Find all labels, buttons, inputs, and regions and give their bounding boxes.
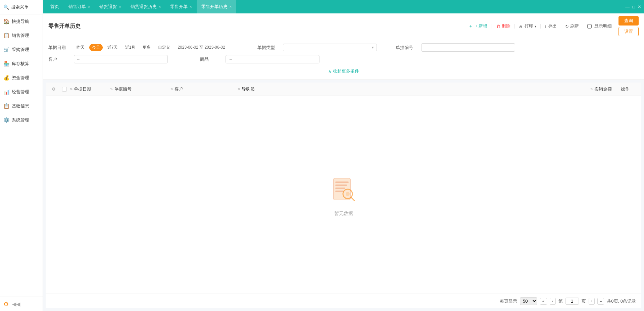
table-select-all[interactable] (59, 87, 70, 92)
th-date[interactable]: ⇅ 单据日期 (70, 86, 110, 92)
refresh-button[interactable]: ↻ 刷新 (565, 23, 579, 29)
sidebar-search[interactable]: 🔍 搜索采单 (0, 0, 43, 14)
date-opt-today[interactable]: 今天 (89, 44, 103, 51)
date-opt-more[interactable]: 更多 (140, 44, 153, 51)
total-info: 共0页, 0条记录 (607, 298, 636, 304)
query-button[interactable]: 查询 (618, 16, 639, 25)
page-suffix: 页 (582, 298, 586, 304)
date-opt-last-month[interactable]: 近1月 (122, 44, 138, 51)
goods-input[interactable]: ··· (226, 55, 319, 63)
sidebar-gear-button[interactable]: ⚙ (3, 300, 9, 308)
goods-label: 商品 (200, 56, 220, 62)
divider-1 (492, 24, 492, 29)
th-date-sort-icon: ⇅ (70, 87, 72, 91)
select-all-checkbox[interactable] (62, 87, 67, 92)
tab-home[interactable]: 首页 (46, 0, 64, 13)
tab-sales-order-label: 销售订单 (68, 4, 86, 10)
add-button[interactable]: ＋ + 新增 (468, 23, 487, 29)
th-date-label: 单据日期 (74, 86, 91, 92)
sidebar-item-purchase-mgmt[interactable]: 🛒 采购管理 (0, 43, 43, 57)
refresh-icon: ↻ (565, 24, 569, 29)
svg-point-7 (346, 192, 350, 196)
doc-type-select[interactable]: ▾ (283, 44, 377, 51)
per-page-label: 每页显示 (500, 298, 517, 304)
per-page-select[interactable]: 50 10 20 100 (520, 297, 537, 305)
th-num-label: 单据编号 (114, 86, 132, 92)
tab-sales-order[interactable]: 销售订单 × (64, 0, 95, 13)
doc-num-input[interactable] (421, 43, 515, 52)
sidebar-item-basic-info[interactable]: 📋 基础信息 (0, 99, 43, 113)
th-customer[interactable]: ⇅ 客户 (170, 86, 238, 92)
sidebar: 🔍 搜索采单 🏠 快捷导航 📋 销售管理 🛒 采购管理 🏪 库存核算 💰 资金管… (0, 0, 43, 311)
tab-retail-open-hist-label: 零售开单历史 (201, 4, 228, 10)
date-opt-yesterday[interactable]: 昨天 (74, 44, 87, 51)
th-guide[interactable]: ⇅ 导购员 (238, 86, 278, 92)
divider-5 (583, 24, 583, 29)
sidebar-item-quick-nav[interactable]: 🏠 快捷导航 (0, 14, 43, 29)
th-amount-sort-icon: ⇅ (590, 87, 593, 91)
date-opt-custom[interactable]: 自定义 (155, 44, 173, 51)
tab-retail-open-hist-close[interactable]: × (230, 5, 232, 9)
tab-retail-open-hist[interactable]: 零售开单历史 × (197, 0, 236, 13)
display-detail-checkbox[interactable] (587, 24, 592, 29)
next-page-button[interactable]: › (589, 298, 595, 305)
sidebar-item-sys-mgmt[interactable]: ⚙️ 系统管理 (0, 113, 43, 127)
window-minimize-button[interactable]: — (625, 4, 630, 9)
tab-retail-open-close[interactable]: × (190, 5, 192, 9)
page-title: 零售开单历史 (48, 23, 81, 30)
sidebar-search-label: 搜索采单 (11, 4, 29, 10)
sidebar-item-inventory[interactable]: 🏪 库存核算 (0, 57, 43, 71)
table-settings-icon[interactable]: ⚙ (48, 87, 59, 92)
delete-button[interactable]: 🗑 删除 (496, 23, 510, 29)
svg-line-6 (351, 197, 354, 201)
sidebar-bottom: ⚙ ◀◀ (0, 297, 43, 311)
filter-area: 单据日期 昨天 今天 近7天 近1月 更多 自定义 2023-06-02 至 2… (43, 39, 644, 80)
sidebar-item-operations-label: 经营管理 (12, 89, 29, 95)
tab-sales-return-close[interactable]: × (119, 5, 121, 9)
tab-sales-return-hist[interactable]: 销货退货历史 × (126, 0, 165, 13)
sidebar-collapse-button[interactable]: ◀◀ (12, 301, 20, 307)
th-num[interactable]: ⇅ 单据编号 (110, 86, 170, 92)
last-page-button[interactable]: » (597, 298, 604, 305)
print-icon: 🖨 (519, 24, 523, 29)
pagination: 每页显示 50 10 20 100 « ‹ 第 页 › » 共0页, 0条记录 (46, 294, 641, 308)
divider-2 (514, 24, 515, 29)
customer-input[interactable]: ··· (74, 55, 168, 63)
filter-row-2: 客户 ··· 商品 ··· (48, 55, 639, 63)
purchase-icon: 🛒 (3, 47, 10, 53)
sidebar-item-sales-mgmt[interactable]: 📋 销售管理 (0, 29, 43, 43)
print-arrow-icon: ▾ (535, 24, 536, 28)
prev-page-button[interactable]: ‹ (550, 298, 556, 305)
divider-3 (540, 24, 541, 29)
home-icon: 🏠 (3, 18, 10, 24)
svg-rect-2 (335, 185, 347, 186)
page-label: 第 (558, 298, 563, 304)
sidebar-item-inventory-label: 库存核算 (12, 61, 29, 67)
page-number-input[interactable] (565, 298, 579, 305)
tab-sales-order-close[interactable]: × (88, 5, 90, 9)
print-button[interactable]: 🖨 打印 ▾ (519, 23, 536, 29)
collapse-icon: ∧ (328, 69, 332, 74)
basic-info-icon: 📋 (3, 103, 10, 109)
sidebar-item-operations[interactable]: 📊 经营管理 (0, 85, 43, 99)
sidebar-item-finance[interactable]: 💰 资金管理 (0, 71, 43, 85)
toolbar-actions: ＋ + 新增 🗑 删除 🖨 打印 ▾ ↑ 导出 (468, 16, 639, 36)
settings-button[interactable]: 设置 (618, 27, 639, 36)
tab-sales-return[interactable]: 销货退货 × (95, 0, 126, 13)
th-amount[interactable]: ⇅ 实销金额 (572, 86, 612, 92)
window-close-button[interactable]: ✕ (638, 4, 641, 9)
window-maximize-button[interactable]: □ (632, 4, 635, 9)
th-customer-sort-icon: ⇅ (170, 87, 173, 91)
tab-retail-open[interactable]: 零售开单 × (165, 0, 196, 13)
divider-4 (561, 24, 561, 29)
first-page-button[interactable]: « (540, 298, 547, 305)
th-guide-label: 导购员 (242, 86, 255, 92)
display-detail-button[interactable]: 显示明细 (587, 23, 612, 29)
date-opt-last7[interactable]: 近7天 (105, 44, 120, 51)
toolbar: 零售开单历史 ＋ + 新增 🗑 删除 🖨 打印 ▾ (43, 13, 644, 39)
sidebar-item-sys-mgmt-label: 系统管理 (12, 117, 29, 123)
export-button[interactable]: ↑ 导出 (545, 23, 557, 29)
tab-sales-return-hist-close[interactable]: × (159, 5, 161, 9)
collapse-more-button[interactable]: ∧ 收起更多条件 (48, 67, 639, 75)
sidebar-item-finance-label: 资金管理 (12, 75, 29, 81)
